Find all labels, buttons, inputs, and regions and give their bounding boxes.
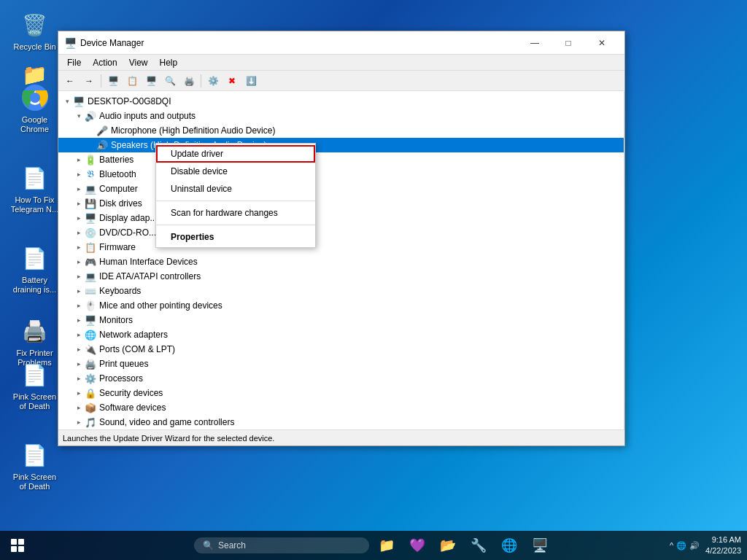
desktop-icon-recycle-bin[interactable]: 🗑️ Recycle Bin [7,7,62,55]
toolbar-sep-2 [201,74,201,88]
content-area: ▾ 🖥️ DESKTOP-O0G8DQI ▾ 🔊 Audio inputs an… [58,91,624,429]
dvd-expander[interactable]: ▸ [73,227,85,238]
tree-sound[interactable]: ▸ 🎵 Sound, video and game controllers [58,415,624,429]
bluetooth-expander[interactable]: ▸ [73,168,85,180]
menu-view[interactable]: View [123,56,154,69]
tree-audio[interactable]: ▾ 🔊 Audio inputs and outputs [58,109,624,123]
tree-ide[interactable]: ▸ 💻 IDE ATA/ATAPI controllers [58,269,624,284]
taskbar-icon5[interactable]: 🌐 [496,534,522,557]
context-disable-device[interactable]: Disable device [156,163,315,180]
firmware-expander[interactable]: ▸ [73,241,85,253]
tree-security[interactable]: ▸ 🔒 Security devices [58,386,624,400]
minimize-button[interactable]: — [518,31,551,55]
root-expander[interactable]: ▾ [61,96,73,107]
tree-keyboards[interactable]: ▸ ⌨️ Keyboards [58,284,624,298]
search-icon: 🔍 [203,540,214,551]
tree-print[interactable]: ▸ 🖨️ Print queues [58,357,624,371]
telegram-label: How To Fix Telegram N... [10,195,59,214]
toolbar-btn5[interactable]: 🖨️ [180,73,198,89]
context-properties[interactable]: Properties [156,228,315,246]
tree-view[interactable]: ▾ 🖥️ DESKTOP-O0G8DQI ▾ 🔊 Audio inputs an… [58,91,624,429]
taskbar-icon4[interactable]: 🔧 [465,534,492,557]
tree-dvd[interactable]: ▸ 💿 DVD/CD-RO... [58,225,624,240]
computer-expander[interactable]: ▸ [73,183,85,195]
tree-computer[interactable]: ▸ 💻 Computer [58,182,624,196]
ports-icon: 🔌 [85,343,96,355]
device-manager-btn[interactable]: 🖥️ [104,73,122,89]
system-tray: ^ 🌐 🔊 [670,541,700,551]
tree-disk[interactable]: ▸ 💾 Disk drives [58,196,624,211]
toolbar-btn7[interactable]: ⬇️ [242,73,260,89]
taskbar-icon6[interactable]: 🖥️ [527,534,553,557]
back-button[interactable]: ← [61,73,79,89]
ide-icon: 💻 [85,271,96,282]
security-expander[interactable]: ▸ [73,387,85,399]
close-button[interactable]: ✕ [585,31,619,55]
desktop-icon-chrome[interactable]: Google Chrome [7,80,62,137]
tree-processors[interactable]: ▸ ⚙️ Processors [58,371,624,386]
menu-action[interactable]: Action [87,56,123,69]
tree-root[interactable]: ▾ 🖥️ DESKTOP-O0G8DQI [58,94,624,109]
tray-volume[interactable]: 🔊 [689,541,700,551]
tree-firmware[interactable]: ▸ 📋 Firmware [58,240,624,254]
print-expander[interactable]: ▸ [73,358,85,370]
toolbar-btn6[interactable]: ⚙️ [204,73,222,89]
tree-monitors[interactable]: ▸ 🖥️ Monitors [58,313,624,327]
telegram-icon: 📄 [20,163,50,192]
uninstall-button[interactable]: ✖ [223,73,241,89]
tree-ports[interactable]: ▸ 🔌 Ports (COM & LPT) [58,342,624,357]
monitors-expander[interactable]: ▸ [73,314,85,326]
tray-globe[interactable]: 🌐 [676,541,686,551]
tree-mice[interactable]: ▸ 🖱️ Mice and other pointing devices [58,298,624,313]
sound-expander[interactable]: ▸ [73,416,85,428]
tree-display[interactable]: ▸ 🖥️ Display adap... [58,211,624,225]
toolbar-btn3[interactable]: 🖥️ [142,73,160,89]
context-uninstall-device[interactable]: Uninstall device [156,180,315,198]
tree-software[interactable]: ▸ 📦 Software devices [58,400,624,415]
toolbar-btn2[interactable]: 📋 [123,73,141,89]
menu-help[interactable]: Help [154,56,184,69]
audio-expander[interactable]: ▾ [73,110,85,122]
desktop-icon-telegram[interactable]: 📄 How To Fix Telegram N... [7,160,62,217]
processors-expander[interactable]: ▸ [73,373,85,384]
menubar: File Action View Help [58,55,624,71]
forward-button[interactable]: → [80,73,98,89]
tray-chevron[interactable]: ^ [670,541,673,550]
tree-speakers[interactable]: ▸ 🔊 Speakers (High Definition Audio Devi… [58,138,624,152]
display-expander[interactable]: ▸ [73,212,85,224]
computer-tree-icon: 💻 [85,183,96,195]
taskbar-folder2[interactable]: 📂 [435,534,461,557]
tree-network[interactable]: ▸ 🌐 Network adapters [58,327,624,342]
maximize-button[interactable]: □ [551,31,585,55]
ide-expander[interactable]: ▸ [73,271,85,282]
disk-expander[interactable]: ▸ [73,198,85,209]
mice-expander[interactable]: ▸ [73,300,85,311]
batteries-expander[interactable]: ▸ [73,154,85,166]
desktop-icon-pink1[interactable]: 📄 Pink Screen of Death [7,357,62,414]
taskbar-file-explorer[interactable]: 📁 [374,534,400,557]
firmware-icon: 📋 [85,241,96,253]
time-display[interactable]: 9:16 AM 4/22/2023 [705,534,741,557]
ports-expander[interactable]: ▸ [73,343,85,355]
keyboards-icon: ⌨️ [85,285,96,297]
taskbar-teams[interactable]: 💜 [404,534,430,557]
toolbar-btn4[interactable]: 🔍 [161,73,179,89]
desktop-icon-battery[interactable]: 📄 Battery draining is... [7,241,62,298]
tree-microphone[interactable]: ▸ 🎤 Microphone (High Definition Audio De… [58,123,624,138]
software-expander[interactable]: ▸ [73,402,85,413]
taskbar: 🔍 Search 📁 💜 📂 🔧 🌐 🖥️ ^ 🌐 🔊 9:16 AM 4/22… [0,531,747,560]
tree-batteries[interactable]: ▸ 🔋 Batteries [58,152,624,167]
context-scan[interactable]: Scan for hardware changes [156,204,315,222]
keyboards-expander[interactable]: ▸ [73,285,85,297]
desktop-icon-pink2[interactable]: 📄 Pink Screen of Death [7,438,62,494]
tree-bluetooth[interactable]: ▸ 𝔅 Bluetooth [58,167,624,182]
tree-hid[interactable]: ▸ 🎮 Human Interface Devices [58,254,624,269]
titlebar: 🖥️ Device Manager — □ ✕ [58,31,624,55]
menu-file[interactable]: File [61,56,87,69]
context-update-driver[interactable]: Update driver [156,145,315,163]
network-expander[interactable]: ▸ [73,329,85,341]
security-icon: 🔒 [85,387,96,399]
start-button[interactable] [6,534,29,557]
hid-expander[interactable]: ▸ [73,256,85,268]
search-bar[interactable]: 🔍 Search [194,537,369,553]
